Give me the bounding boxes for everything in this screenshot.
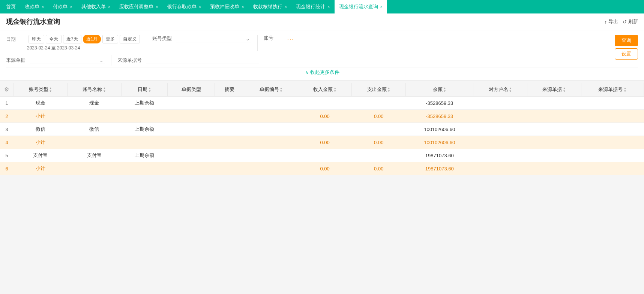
collapse-bar[interactable]: ∧ 收起更多条件	[6, 67, 638, 77]
nav-item-bank-deposit[interactable]: 银行存取款单×	[163, 0, 206, 13]
cell-balance: 100102606.60	[406, 136, 473, 149]
cell-summary	[215, 97, 244, 110]
cell-doc_type	[168, 149, 215, 162]
table-settings-icon[interactable]: ⚙	[4, 86, 9, 93]
date-btn-今天[interactable]: 今天	[46, 35, 62, 43]
cell-income	[298, 97, 352, 110]
filter-area: 日期 昨天今天近7天近1月更多自定义 2023-02-24 至 2023-03-…	[0, 30, 644, 81]
nav-item-ar-ap-adjust[interactable]: 应收应付调整单×	[115, 0, 162, 13]
cell-summary	[215, 110, 244, 123]
action-buttons: 查询 设置	[615, 35, 638, 60]
export-icon: ↑	[605, 19, 607, 25]
page-header: 现金银行流水查询 ↑ 导出 ↺ 刷新	[0, 13, 644, 30]
refresh-button[interactable]: ↺ 刷新	[623, 18, 638, 25]
col-header-account_name[interactable]: 账号名称▲▼	[68, 83, 122, 97]
nav-close-receipt-verify[interactable]: ×	[285, 4, 287, 9]
nav-close-bank-deposit[interactable]: ×	[199, 4, 201, 9]
nav-item-label-receipt: 收款单	[25, 3, 39, 10]
date-btn-更多[interactable]: 更多	[102, 35, 118, 43]
nav-item-cash-bank-stats[interactable]: 现金银行统计×	[291, 0, 334, 13]
nav-close-cash-bank-stats[interactable]: ×	[327, 4, 330, 9]
account-type-filter-block: 账号类型	[152, 35, 251, 42]
cell-counterpart	[473, 123, 527, 136]
date-btn-近1月[interactable]: 近1月	[83, 35, 101, 43]
account-type-label: 账号类型	[152, 35, 172, 42]
col-header-source_doc_no[interactable]: 来源单据号▲▼	[581, 83, 644, 97]
nav-item-label-payment: 付款单	[53, 3, 68, 10]
col-header-counterpart[interactable]: 对方户名▲▼	[473, 83, 527, 97]
cell-doc_type	[168, 123, 215, 136]
cell-counterpart	[473, 136, 527, 149]
cell-no: 6	[0, 162, 14, 175]
nav-item-payment[interactable]: 付款单×	[48, 0, 77, 13]
nav-close-ar-ap-adjust[interactable]: ×	[156, 4, 158, 9]
nav-item-advance-ar[interactable]: 预收冲应收单×	[206, 0, 248, 13]
source-doc-no-input[interactable]	[146, 57, 259, 64]
col-header-expense[interactable]: 支出金额▲▼	[352, 83, 406, 97]
cell-income: 0.00	[298, 136, 352, 149]
nav-close-advance-ar[interactable]: ×	[242, 4, 244, 9]
nav-close-cash-bank-flow[interactable]: ×	[380, 4, 383, 9]
nav-close-receipt[interactable]: ×	[42, 4, 44, 9]
table-row: 5支付宝支付宝上期余额19871073.60	[0, 149, 644, 162]
source-doc-no-filter-block: 来源单据号	[117, 57, 259, 64]
nav-item-receipt[interactable]: 收款单×	[20, 0, 48, 13]
account-type-select[interactable]	[176, 35, 251, 42]
table-row: 4小计0.000.00100102606.60	[0, 136, 644, 149]
export-button[interactable]: ↑ 导出	[605, 18, 618, 25]
source-doc-no-label: 来源单据号	[117, 57, 142, 64]
col-header-account_type[interactable]: 账号类型▲▼	[14, 83, 68, 97]
col-header-balance[interactable]: 余额▲▼	[406, 83, 473, 97]
sort-arrows-income: ▲▼	[333, 87, 336, 93]
source-doc-select-wrapper	[30, 57, 105, 64]
col-label-date: 日期	[138, 87, 147, 92]
col-header-income[interactable]: 收入金额▲▼	[298, 83, 352, 97]
col-label-counterpart: 对方户名	[489, 87, 508, 92]
date-btn-自定义[interactable]: 自定义	[120, 35, 140, 43]
cell-balance: -3528659.33	[406, 97, 473, 110]
nav-item-receipt-verify[interactable]: 收款核销执行×	[249, 0, 291, 13]
cell-expense	[352, 123, 406, 136]
table-row: 3微信微信上期余额100102606.60	[0, 123, 644, 136]
collapse-label: 收起更多条件	[310, 69, 339, 76]
cell-income	[298, 123, 352, 136]
cell-account_type: 小计	[14, 162, 68, 175]
col-label-source_doc_no: 来源单据号	[598, 87, 623, 92]
settings-button[interactable]: 设置	[615, 48, 638, 60]
nav-item-home[interactable]: 首页	[2, 0, 20, 13]
cell-source_doc_no	[581, 97, 644, 110]
nav-close-other-income[interactable]: ×	[108, 4, 110, 9]
date-btn-昨天[interactable]: 昨天	[29, 35, 44, 43]
cell-account_name	[68, 110, 122, 123]
cell-date: 上期余额	[121, 123, 168, 136]
nav-item-label-cash-bank-flow: 现金银行流水查询	[339, 3, 378, 10]
nav-item-label-other-income: 其他收入单	[81, 3, 106, 10]
nav-close-payment[interactable]: ×	[70, 4, 72, 9]
cell-account_type: 小计	[14, 110, 68, 123]
nav-item-other-income[interactable]: 其他收入单×	[77, 0, 115, 13]
date-btn-近7天[interactable]: 近7天	[63, 35, 81, 43]
cell-no: 5	[0, 149, 14, 162]
cell-doc_no	[244, 162, 298, 175]
cell-income: 0.00	[298, 162, 352, 175]
cell-counterpart	[473, 97, 527, 110]
sort-arrows-account_name: ▲▼	[103, 87, 106, 93]
sort-arrows-source_doc: ▲▼	[563, 87, 566, 93]
date-options: 昨天今天近7天近1月更多自定义	[29, 35, 140, 43]
cell-source_doc	[527, 149, 581, 162]
source-doc-filter-block: 来源单据	[6, 57, 105, 64]
account-dots-button[interactable]: ...	[287, 35, 294, 42]
nav-item-label-receipt-verify: 收款核销执行	[253, 3, 282, 10]
source-doc-select[interactable]	[30, 57, 105, 64]
col-header-source_doc[interactable]: 来源单据▲▼	[527, 83, 581, 97]
col-label-doc_no: 单据编号	[260, 87, 279, 92]
cell-date	[121, 110, 168, 123]
cell-date: 上期余额	[121, 97, 168, 110]
query-button[interactable]: 查询	[615, 35, 638, 46]
nav-item-cash-bank-flow[interactable]: 现金银行流水查询×	[335, 0, 387, 13]
refresh-label: 刷新	[628, 18, 638, 25]
cell-counterpart	[473, 162, 527, 175]
cell-source_doc_no	[581, 123, 644, 136]
col-header-doc_no[interactable]: 单据编号▲▼	[244, 83, 298, 97]
col-header-date[interactable]: 日期▲▼	[121, 83, 168, 97]
